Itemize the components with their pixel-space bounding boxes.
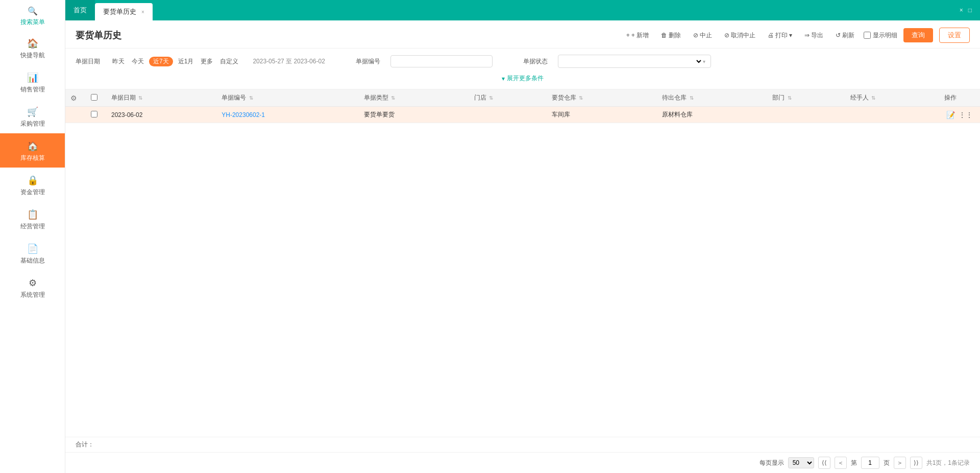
system-icon: ⚙ <box>29 277 37 289</box>
new-icon: + <box>626 32 630 39</box>
next-page-btn[interactable]: ＞ <box>894 457 906 469</box>
sidebar-item-quick-nav[interactable]: 🏠 快捷导航 <box>0 31 65 65</box>
query-button[interactable]: 查询 <box>903 28 933 42</box>
sidebar-item-purchase[interactable]: 🛒 采购管理 <box>0 99 65 133</box>
filter-row-1: 单据日期 昨天 今天 近7天 近1月 更多 自定义 2023-05-27 至 2… <box>76 55 970 68</box>
page-title: 要货单历史 <box>76 29 121 41</box>
sales-icon: 📊 <box>27 72 38 83</box>
col-handler: 经手人 ⇅ <box>845 89 939 107</box>
summary-label: 合计： <box>76 440 94 449</box>
basic-info-icon: 📄 <box>27 243 38 254</box>
cancel-stop-icon: ⊘ <box>724 32 729 39</box>
col-department-sort-icon[interactable]: ⇅ <box>788 95 792 101</box>
row-pending-warehouse: 原材料仓库 <box>657 107 767 123</box>
first-page-btn[interactable]: ⟨⟨ <box>818 457 830 469</box>
page-prefix: 第 <box>851 459 857 467</box>
row-more-icon[interactable]: ⋮⋮ <box>959 111 973 119</box>
row-doc-no-link[interactable]: YH-20230602-1 <box>222 111 265 119</box>
sidebar-label-quick-nav: 快捷导航 <box>20 51 45 60</box>
home-icon: 🏠 <box>27 38 38 49</box>
sidebar-item-inventory[interactable]: 🏠 库存核算 <box>0 133 65 168</box>
col-doc-type: 单据类型 ⇅ <box>359 89 469 107</box>
table-row: 2023-06-02 YH-20230602-1 要货单要货 车间库 原材料仓库… <box>65 107 980 123</box>
col-req-warehouse-sort-icon[interactable]: ⇅ <box>579 95 583 101</box>
tab-close-icon[interactable]: × <box>141 9 144 15</box>
content-area: 要货单历史 + + 新增 🗑 删除 ⊘ 中止 ⊘ 取消中止 <box>65 20 980 473</box>
col-settings-gear[interactable]: ⚙ <box>70 94 77 102</box>
sidebar-item-basic-info[interactable]: 📄 基础信息 <box>0 236 65 270</box>
row-edit-icon[interactable]: 📝 <box>946 111 955 119</box>
sidebar-item-sales[interactable]: 📊 销售管理 <box>0 65 65 99</box>
sidebar-search-label: 搜索菜单 <box>20 18 45 27</box>
shortcut-custom[interactable]: 自定义 <box>218 57 240 66</box>
status-label: 单据状态 <box>523 57 548 66</box>
print-button[interactable]: 🖨 打印 ▾ <box>765 29 795 42</box>
col-date-sort-icon[interactable]: ⇅ <box>138 95 142 101</box>
col-store-sort-icon[interactable]: ⇅ <box>489 95 493 101</box>
setting-button[interactable]: 设置 <box>939 28 970 43</box>
row-doc-type: 要货单要货 <box>359 107 469 123</box>
shortcut-today[interactable]: 今天 <box>130 57 146 66</box>
date-range-display: 2023-05-27 至 2023-06-02 <box>253 57 325 66</box>
new-button[interactable]: + + 新增 <box>623 29 652 42</box>
sidebar-item-operations[interactable]: 📋 经营管理 <box>0 202 65 236</box>
tab-home[interactable]: 首页 <box>65 0 95 20</box>
sidebar-item-system[interactable]: ⚙ 系统管理 <box>0 270 65 304</box>
tab-requisition-history[interactable]: 要货单历史 × <box>95 3 153 20</box>
row-checkbox[interactable] <box>91 111 97 117</box>
filter-row-expand: ▾ 展开更多条件 <box>76 72 970 85</box>
col-doc-no: 单据编号 ⇅ <box>216 89 358 107</box>
topbar-right-controls: × □ <box>960 7 980 14</box>
shortcut-last7days[interactable]: 近7天 <box>149 57 173 66</box>
pagination-bar: 每页显示 20 50 100 200 ⟨⟨ ＜ 第 页 ＞ ⟩⟩ 共1页，1条记… <box>65 452 980 473</box>
tab-home-label: 首页 <box>74 6 87 15</box>
col-handler-sort-icon[interactable]: ⇅ <box>871 95 875 101</box>
col-doc-no-sort-icon[interactable]: ⇅ <box>249 95 253 101</box>
topbar-maximize-btn[interactable]: □ <box>968 7 972 14</box>
expand-more-btn[interactable]: ▾ 展开更多条件 <box>502 72 544 85</box>
cancel-stop-button[interactable]: ⊘ 取消中止 <box>721 29 758 42</box>
delete-icon: 🗑 <box>661 32 667 39</box>
export-button[interactable]: ⇒ 导出 <box>801 29 826 42</box>
row-req-warehouse: 车间库 <box>547 107 657 123</box>
last-page-btn[interactable]: ⟩⟩ <box>910 457 922 469</box>
show-detail-toggle[interactable]: 显示明细 <box>864 31 897 40</box>
show-detail-checkbox[interactable] <box>864 32 871 39</box>
purchase-icon: 🛒 <box>27 106 38 117</box>
page-input[interactable] <box>861 457 879 469</box>
sidebar-item-finance[interactable]: 🔒 资金管理 <box>0 168 65 202</box>
page-suffix: 页 <box>884 459 890 467</box>
toolbar: + + 新增 🗑 删除 ⊘ 中止 ⊘ 取消中止 🖨 打印 <box>623 28 970 43</box>
refresh-icon: ↺ <box>836 32 841 39</box>
refresh-button[interactable]: ↺ 刷新 <box>832 29 857 42</box>
sidebar-label-basic-info: 基础信息 <box>20 256 45 265</box>
status-select[interactable] <box>564 57 703 65</box>
stop-button[interactable]: ⊘ 中止 <box>690 29 715 42</box>
delete-button[interactable]: 🗑 删除 <box>658 29 684 42</box>
col-doc-type-sort-icon[interactable]: ⇅ <box>391 95 395 101</box>
sidebar: 🔍 搜索菜单 🏠 快捷导航 📊 销售管理 🛒 采购管理 🏠 库存核算 🔒 资金管… <box>0 0 65 473</box>
topbar-close-btn[interactable]: × <box>960 7 963 14</box>
expand-down-icon: ▾ <box>502 75 505 82</box>
shortcut-yesterday[interactable]: 昨天 <box>110 57 127 66</box>
row-store <box>469 107 547 123</box>
status-dropdown-icon: ▾ <box>703 59 705 64</box>
page-size-select[interactable]: 20 50 100 200 <box>788 457 814 468</box>
prev-page-btn[interactable]: ＜ <box>835 457 847 469</box>
sidebar-label-operations: 经营管理 <box>20 222 45 231</box>
select-all-checkbox[interactable] <box>91 94 97 101</box>
expand-more-label: 展开更多条件 <box>507 74 544 83</box>
sidebar-search[interactable]: 🔍 搜索菜单 <box>0 0 65 31</box>
col-pending-warehouse-sort-icon[interactable]: ⇅ <box>690 95 694 101</box>
export-icon: ⇒ <box>804 32 810 39</box>
filter-area: 单据日期 昨天 今天 近7天 近1月 更多 自定义 2023-05-27 至 2… <box>65 49 980 89</box>
cancel-stop-label: 取消中止 <box>731 31 755 40</box>
row-checkbox-col <box>86 107 106 123</box>
search-icon: 🔍 <box>28 6 38 16</box>
shortcut-last1month[interactable]: 近1月 <box>176 57 196 66</box>
doc-no-label: 单据编号 <box>356 57 380 66</box>
shortcut-more[interactable]: 更多 <box>199 57 215 66</box>
stop-label: 中止 <box>700 31 712 40</box>
doc-no-input[interactable] <box>390 55 493 67</box>
stop-icon: ⊘ <box>693 32 698 39</box>
